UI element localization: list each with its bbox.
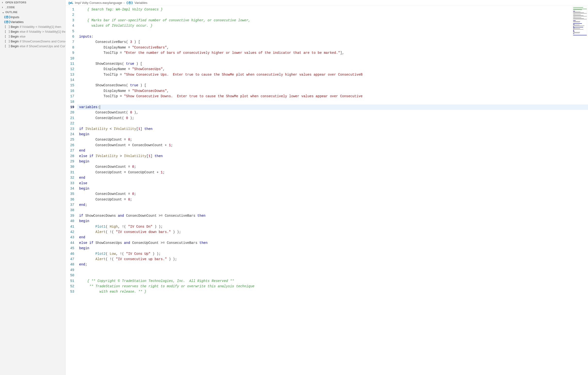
line-number: 23 [67, 126, 74, 132]
line-number: 31 [67, 170, 74, 175]
code-line[interactable]: end; [77, 262, 588, 267]
line-number: 22 [67, 121, 74, 126]
line-number: 2 [67, 12, 74, 18]
code-line[interactable]: { Marks bar if user-specified number of … [77, 18, 588, 23]
line-number: 44 [67, 240, 74, 245]
code-section[interactable]: › _CODE [0, 5, 65, 10]
code-line[interactable]: ConsecDownCount( 0 ), [77, 110, 588, 115]
line-number: 39 [67, 213, 74, 218]
line-number: 5 [67, 29, 74, 34]
code-line[interactable] [77, 121, 588, 126]
code-line[interactable]: if ShowConsecDowns and ConsecDownCount >… [77, 213, 588, 218]
outline-item[interactable]: [ ]Begin else if ShowConsecUps and Cons.… [0, 44, 65, 49]
outline-item[interactable]: {⦿}Variables [0, 19, 65, 24]
code-line[interactable]: Plot1( High, !( "IV Cons Dn" ) ); [77, 224, 588, 229]
code-line[interactable]: { Search Tag: WA-Impl Volty Consecs } [77, 7, 588, 12]
open-editors-section[interactable]: › OPEN EDITORS [0, 0, 65, 5]
line-number: 28 [67, 153, 74, 159]
line-number: 19 [67, 104, 74, 110]
line-number: 18 [67, 99, 74, 104]
code-line[interactable]: if IVolatility < IVolatility[1] then [77, 126, 588, 132]
code-line[interactable]: ConsecDownCount = 0; [77, 191, 588, 197]
code-line[interactable]: end [77, 175, 588, 180]
code-content[interactable]: { Search Tag: WA-Impl Volty Consecs } { … [77, 6, 588, 375]
code-line[interactable] [77, 273, 588, 278]
code-line[interactable]: else [77, 181, 588, 186]
chevron-right-icon: › [2, 1, 5, 4]
code-line[interactable]: Alert( !( "IV consecutive down bars." ) … [77, 229, 588, 235]
code-line[interactable]: ConsecDownCount = 0; [77, 164, 588, 169]
code-line[interactable]: end [77, 148, 588, 153]
outline-body: {⦿}Inputs{⦿}Variables[ ]Begin if IVolati… [0, 15, 65, 49]
outline-item-label: Begin [11, 40, 19, 43]
code-line[interactable]: ** TradeStation reserves the right to mo… [77, 284, 588, 289]
outline-item[interactable]: [ ]Begin else [0, 34, 65, 39]
braces-icon: {⦿} [5, 20, 9, 24]
code-line[interactable]: begin [77, 245, 588, 251]
line-number: 29 [67, 159, 74, 164]
breadcrumb[interactable]: {eL Impl Volty Consecs.easylanguage › {⦿… [65, 0, 588, 6]
outline-item[interactable]: {⦿}Inputs [0, 15, 65, 19]
line-number: 26 [67, 142, 74, 148]
code-line[interactable] [77, 56, 588, 61]
code-line[interactable]: inputs: [77, 34, 588, 39]
outline-item-sublabel: if ShowConsecDowns and Consec... [20, 40, 65, 43]
code-line[interactable] [77, 207, 588, 213]
code-line[interactable]: end [77, 235, 588, 240]
code-line[interactable]: values of IVolatility occur. } [77, 23, 588, 28]
line-number: 33 [67, 181, 74, 186]
code-line[interactable]: begin [77, 186, 588, 191]
code-line[interactable] [77, 77, 588, 83]
code-line[interactable]: end; [77, 202, 588, 207]
line-number: 47 [67, 256, 74, 262]
outline-item[interactable]: [ ]Begin else if IVolatility > IVolatili… [0, 29, 65, 34]
code-line[interactable]: Plot2( Low, !( "IV Cons Up" ) ); [77, 251, 588, 256]
code-line[interactable]: ShowConsecUps( true ) [ [77, 61, 588, 66]
outline-section[interactable]: ⌄ OUTLINE [0, 10, 65, 15]
symbol-braces-icon: {⦿} [126, 1, 133, 5]
code-line[interactable]: ToolTip = "Show Consecutive Downs. Enter… [77, 94, 588, 99]
code-line[interactable]: Alert( !( "IV consecutive up bars." ) ); [77, 256, 588, 262]
code-line[interactable]: ConsecDownCount = ConsecDownCount + 1; [77, 142, 588, 148]
code-line[interactable]: else if IVolatility > IVolatility[1] the… [77, 153, 588, 159]
code-line[interactable]: ToolTip = "Show Consecutive Ups. Enter t… [77, 72, 588, 77]
code-line[interactable]: DisplayName = "ConsecutiveBars", [77, 45, 588, 50]
code-line[interactable]: ShowConsecDowns( true ) [ [77, 83, 588, 88]
line-number: 35 [67, 191, 74, 197]
breadcrumb-symbol[interactable]: Variables [135, 1, 147, 5]
code-line[interactable] [77, 29, 588, 34]
code-line[interactable] [77, 99, 588, 104]
line-number: 6 [67, 34, 74, 39]
outline-item-sublabel: else if IVolatility > IVolatility[1] the… [20, 30, 65, 33]
code-line[interactable]: variables: [77, 104, 588, 110]
code-line[interactable]: DisplayName = "ShowConsecDowns", [77, 88, 588, 94]
code-line[interactable]: { ** Copyright © TradeStation Technologi… [77, 278, 588, 284]
line-number: 24 [67, 132, 74, 137]
code-line[interactable]: ConsecUpCount = 0; [77, 197, 588, 202]
code-line[interactable]: DisplayName = "ShowConsecUps", [77, 66, 588, 72]
code-line[interactable] [77, 12, 588, 18]
line-number: 21 [67, 115, 74, 121]
code-line[interactable]: else if ShowConsecUps and ConsecUpCount … [77, 240, 588, 245]
code-line[interactable]: ToolTip = "Enter the number of bars of c… [77, 50, 588, 56]
open-editors-label: OPEN EDITORS [5, 1, 26, 4]
code-editor[interactable]: 1234567891011121314151617181920212223242… [65, 6, 588, 375]
line-number: 37 [67, 202, 74, 207]
code-line[interactable]: ConsecUpCount( 0 ); [77, 115, 588, 121]
code-line[interactable] [77, 267, 588, 273]
code-line[interactable]: begin [77, 159, 588, 164]
outline-item[interactable]: [ ]Begin if IVolatility < IVolatility[1]… [0, 24, 65, 29]
line-number: 32 [67, 175, 74, 180]
code-line[interactable]: ConsecUpCount = 0; [77, 137, 588, 142]
code-line[interactable]: ConsecutiveBars( 3 ) [ [77, 39, 588, 45]
breadcrumb-file[interactable]: Impl Volty Consecs.easylanguage [75, 1, 122, 5]
line-number: 4 [67, 23, 74, 28]
code-line[interactable]: begin [77, 132, 588, 137]
code-line[interactable]: ConsecUpCount = ConsecUpCount + 1; [77, 170, 588, 175]
outline-item[interactable]: [ ]Begin if ShowConsecDowns and Consec..… [0, 39, 65, 44]
line-number: 41 [67, 224, 74, 229]
line-number: 11 [67, 61, 74, 66]
code-line[interactable]: begin [77, 218, 588, 224]
line-number: 25 [67, 137, 74, 142]
code-line[interactable]: with each release. ** } [77, 289, 588, 294]
